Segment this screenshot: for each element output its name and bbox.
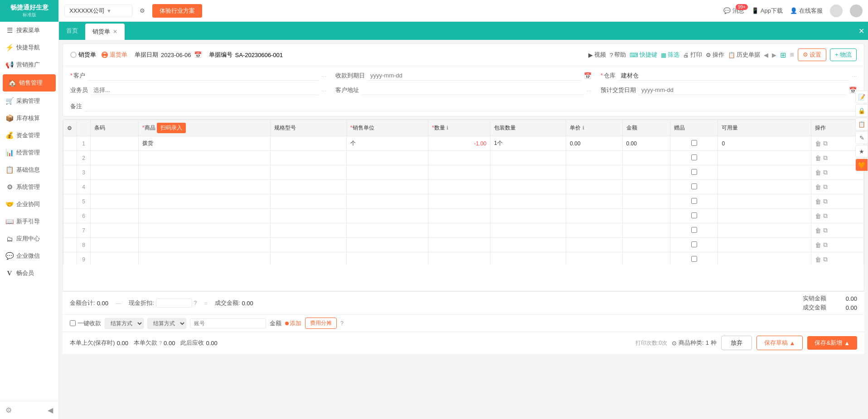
copy-icon[interactable]: ⧉ xyxy=(823,140,828,147)
qty-cell[interactable] xyxy=(428,165,490,180)
price-cell[interactable] xyxy=(566,180,622,194)
sidebar-item-finance[interactable]: 💰 资金管理 xyxy=(0,127,58,144)
radio-return-order[interactable]: 退货单 xyxy=(102,51,127,59)
amount-cell[interactable] xyxy=(622,223,670,238)
gift-cell[interactable] xyxy=(670,209,718,223)
message-button[interactable]: 💬 消息 99+ xyxy=(723,7,744,15)
sidebar-item-marketing[interactable]: 📢 营销推广 xyxy=(0,56,58,73)
gift-cell[interactable] xyxy=(670,151,718,165)
discard-button[interactable]: 放弃 xyxy=(721,336,752,350)
sidebar-item-search[interactable]: ☰ 搜索菜单 xyxy=(0,22,58,39)
table-scroll[interactable]: ⚙ 条码 *商品 扫码录入 规格型号 *销售单位 *数量 ℹ 包装数量 单价 xyxy=(63,120,864,265)
filter-button[interactable]: ▦ 筛选 xyxy=(661,51,679,59)
amount-cell[interactable] xyxy=(622,194,670,209)
sidebar-item-quicknav[interactable]: ⚡ 快捷导航 xyxy=(0,39,58,56)
copy-icon[interactable]: ⧉ xyxy=(823,154,828,162)
product-type-icon[interactable]: ⊙ xyxy=(672,340,677,347)
settings-button[interactable]: ⚙ xyxy=(136,5,149,17)
delete-icon[interactable]: 🗑 xyxy=(815,169,821,176)
float-edit-button[interactable]: ✎ xyxy=(855,131,868,144)
qty-cell[interactable]: -1.00 xyxy=(428,136,490,151)
customer-input[interactable] xyxy=(88,71,319,81)
float-orange-button[interactable]: 🧡 xyxy=(855,159,868,171)
remark-input[interactable] xyxy=(85,101,857,111)
price-cell[interactable] xyxy=(566,238,622,252)
qty-cell[interactable] xyxy=(428,238,490,252)
unit-cell[interactable]: 个 xyxy=(346,136,428,151)
float-notes-button[interactable]: 📝 xyxy=(855,91,868,103)
barcode-cell[interactable] xyxy=(91,194,138,209)
customer-dots[interactable]: ··· xyxy=(321,72,326,79)
tab-sales-order[interactable]: 销货单 ✕ xyxy=(85,24,125,40)
price-cell[interactable] xyxy=(566,223,622,238)
address-dots[interactable]: ··· xyxy=(587,87,592,94)
delivery-date-input[interactable] xyxy=(639,85,846,95)
product-cell[interactable] xyxy=(138,180,271,194)
sidebar-item-collab[interactable]: 🤝 企业协同 xyxy=(0,196,58,213)
warehouse-dots[interactable]: ··· xyxy=(852,72,857,79)
float-clipboard-button[interactable]: 📋 xyxy=(855,118,868,130)
pack-qty-cell[interactable]: 1个 xyxy=(490,136,566,151)
unit-cell[interactable] xyxy=(346,165,428,180)
gift-cell[interactable] xyxy=(670,252,718,265)
nav-prev-icon[interactable]: ◀ xyxy=(764,52,768,58)
one-click-checkbox[interactable] xyxy=(70,320,76,326)
gift-checkbox[interactable] xyxy=(691,154,697,160)
product-cell[interactable] xyxy=(138,223,271,238)
delete-icon[interactable]: 🗑 xyxy=(815,227,821,234)
amount-cell[interactable] xyxy=(622,180,670,194)
barcode-cell[interactable] xyxy=(91,209,138,223)
sidebar-item-purchase[interactable]: 🛒 采购管理 xyxy=(0,92,58,110)
barcode-cell[interactable] xyxy=(91,223,138,238)
online-support-button[interactable]: 👤 在线客服 xyxy=(790,7,823,15)
video-button[interactable]: ▶ 视频 xyxy=(588,51,606,59)
copy-icon[interactable]: ⧉ xyxy=(823,212,828,220)
gift-checkbox[interactable] xyxy=(691,183,697,189)
th-settings[interactable]: ⚙ xyxy=(63,120,77,136)
sidebar-item-inventory[interactable]: 📦 库存核算 xyxy=(0,110,58,127)
gift-cell[interactable] xyxy=(670,194,718,209)
salesman-dots[interactable]: ··· xyxy=(321,87,326,94)
discount-input[interactable] xyxy=(156,299,192,308)
avatar[interactable] xyxy=(830,5,843,17)
settings-form-button[interactable]: ⚙ 设置 xyxy=(798,48,826,61)
barcode-cell[interactable] xyxy=(91,180,138,194)
pack-qty-cell[interactable] xyxy=(490,209,566,223)
copy-icon[interactable]: ⧉ xyxy=(823,226,828,234)
sidebar-item-appstore[interactable]: 🗂 应用中心 xyxy=(0,230,58,247)
barcode-cell[interactable] xyxy=(91,136,138,151)
copy-icon[interactable]: ⧉ xyxy=(823,255,828,263)
sidebar-item-basicinfo[interactable]: 📋 基础信息 xyxy=(0,161,58,178)
product-cell[interactable] xyxy=(138,238,271,252)
gift-cell[interactable] xyxy=(670,180,718,194)
sidebar-item-wechat[interactable]: 💬 企业微信 xyxy=(0,247,58,265)
operation-button[interactable]: ⚙ 操作 xyxy=(706,51,724,59)
gift-cell[interactable] xyxy=(670,136,718,151)
copy-icon[interactable]: ⧉ xyxy=(823,241,828,249)
spec-cell[interactable] xyxy=(271,194,346,209)
unit-cell[interactable] xyxy=(346,151,428,165)
price-cell[interactable]: 0.00 xyxy=(566,136,622,151)
sidebar-item-operations[interactable]: 📊 经营管理 xyxy=(0,144,58,161)
sidebar-item-sales[interactable]: 🏠 销售管理 xyxy=(3,74,56,92)
spec-cell[interactable] xyxy=(271,180,346,194)
draft-button[interactable]: 保存草稿 ▲ xyxy=(756,336,803,350)
product-cell[interactable]: 拨货 xyxy=(138,136,271,151)
help-button[interactable]: ? 帮助 xyxy=(610,51,626,59)
gift-checkbox[interactable] xyxy=(691,169,697,175)
copy-icon[interactable]: ⧉ xyxy=(823,169,828,176)
amount-cell[interactable]: 0.00 xyxy=(622,136,670,151)
pack-qty-cell[interactable] xyxy=(490,223,566,238)
avatar2[interactable] xyxy=(850,5,863,17)
spec-cell[interactable] xyxy=(271,151,346,165)
gift-checkbox[interactable] xyxy=(691,227,697,233)
price-cell[interactable] xyxy=(566,165,622,180)
amount-cell[interactable] xyxy=(622,151,670,165)
float-lock-button[interactable]: 🔒 xyxy=(855,104,868,117)
float-star-button[interactable]: ★ xyxy=(855,145,868,158)
list-view-icon[interactable]: ≡ xyxy=(790,51,794,59)
barcode-cell[interactable] xyxy=(91,165,138,180)
unit-cell[interactable] xyxy=(346,223,428,238)
gift-checkbox[interactable] xyxy=(691,241,697,247)
delete-icon[interactable]: 🗑 xyxy=(815,241,821,249)
